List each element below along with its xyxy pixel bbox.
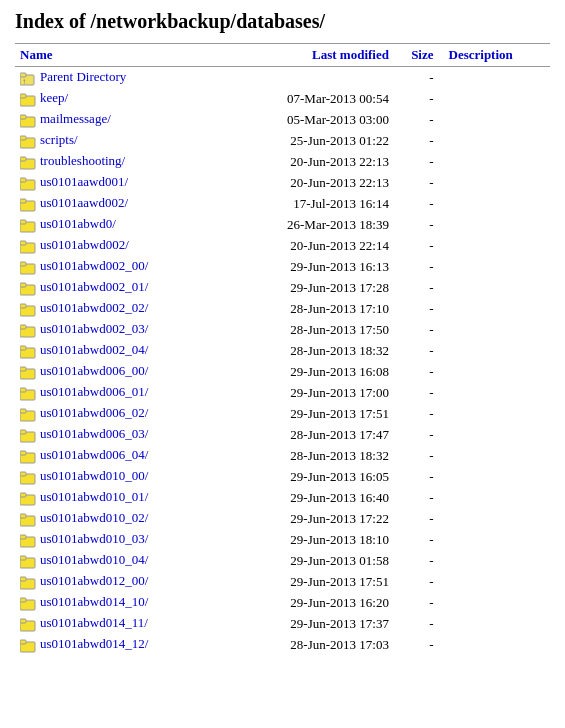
size-cell: - [394, 319, 439, 340]
size-cell: - [394, 298, 439, 319]
table-row: us0101abwd006_04/28-Jun-2013 18:32- [15, 445, 550, 466]
folder-link[interactable]: us0101aawd002/ [40, 195, 128, 210]
folder-link[interactable]: us0101abwd006_03/ [40, 426, 148, 441]
svg-rect-16 [20, 220, 26, 224]
folder-link[interactable]: us0101abwd014_10/ [40, 594, 148, 609]
svg-rect-26 [20, 325, 26, 329]
size-cell: - [394, 361, 439, 382]
modified-cell: 29-Jun-2013 17:22 [238, 508, 394, 529]
size-cell: - [394, 235, 439, 256]
folder-icon [20, 364, 38, 380]
size-cell: - [394, 256, 439, 277]
folder-link[interactable]: us0101abwd012_00/ [40, 573, 148, 588]
svg-rect-46 [20, 535, 26, 539]
folder-link[interactable]: us0101aawd001/ [40, 174, 128, 189]
folder-link[interactable]: us0101abwd002_00/ [40, 258, 148, 273]
file-name-cell: us0101abwd014_10/ [15, 592, 238, 613]
folder-icon [20, 511, 38, 527]
folder-link[interactable]: us0101abwd006_01/ [40, 384, 148, 399]
folder-link[interactable]: us0101abwd010_03/ [40, 531, 148, 546]
modified-cell: 29-Jun-2013 17:37 [238, 613, 394, 634]
table-row: us0101abwd010_04/29-Jun-2013 01:58- [15, 550, 550, 571]
description-cell [439, 550, 550, 571]
folder-link[interactable]: us0101abwd002/ [40, 237, 129, 252]
folder-link[interactable]: scripts/ [40, 132, 78, 147]
file-name-cell: us0101abwd0/ [15, 214, 238, 235]
folder-link[interactable]: us0101abwd006_00/ [40, 363, 148, 378]
svg-rect-32 [20, 388, 26, 392]
parent-dir-link[interactable]: Parent Directory [40, 69, 126, 84]
column-header-modified[interactable]: Last modified [238, 44, 394, 67]
folder-link[interactable]: us0101abwd010_00/ [40, 468, 148, 483]
column-header-description[interactable]: Description [439, 44, 550, 67]
folder-link[interactable]: us0101abwd014_11/ [40, 615, 148, 630]
folder-link[interactable]: us0101abwd002_01/ [40, 279, 148, 294]
description-cell [439, 361, 550, 382]
file-name-cell: us0101abwd006_03/ [15, 424, 238, 445]
file-name-cell: us0101abwd006_00/ [15, 361, 238, 382]
folder-icon [20, 574, 38, 590]
file-name-cell: scripts/ [15, 130, 238, 151]
table-row: us0101abwd010_00/29-Jun-2013 16:05- [15, 466, 550, 487]
description-sort-link[interactable]: Description [449, 47, 513, 62]
folder-link[interactable]: us0101abwd006_02/ [40, 405, 148, 420]
table-row: us0101abwd006_01/29-Jun-2013 17:00- [15, 382, 550, 403]
modified-cell: 29-Jun-2013 17:51 [238, 571, 394, 592]
size-cell: - [394, 193, 439, 214]
file-name-cell: us0101abwd014_12/ [15, 634, 238, 655]
svg-rect-40 [20, 472, 26, 476]
file-name-cell: us0101abwd010_00/ [15, 466, 238, 487]
description-cell [439, 256, 550, 277]
size-cell: - [394, 508, 439, 529]
file-name-cell: us0101abwd014_11/ [15, 613, 238, 634]
folder-link[interactable]: us0101abwd002_04/ [40, 342, 148, 357]
folder-icon [20, 385, 38, 401]
folder-icon [20, 175, 38, 191]
folder-link[interactable]: keep/ [40, 90, 68, 105]
parent-dir-icon: ↑ [20, 70, 38, 86]
folder-link[interactable]: us0101abwd010_02/ [40, 510, 148, 525]
folder-link[interactable]: mailmessage/ [40, 111, 111, 126]
svg-rect-24 [20, 304, 26, 308]
file-name-cell: us0101abwd006_02/ [15, 403, 238, 424]
modified-cell: 28-Jun-2013 17:10 [238, 298, 394, 319]
folder-icon [20, 406, 38, 422]
directory-listing: Name Last modified Size Description ↑ Pa… [15, 43, 550, 655]
modified-cell: 20-Jun-2013 22:14 [238, 235, 394, 256]
folder-icon [20, 217, 38, 233]
folder-icon [20, 322, 38, 338]
folder-link[interactable]: us0101abwd002_02/ [40, 300, 148, 315]
folder-link[interactable]: us0101abwd002_03/ [40, 321, 148, 336]
table-row: us0101abwd012_00/29-Jun-2013 17:51- [15, 571, 550, 592]
size-cell: - [394, 151, 439, 172]
table-row: us0101abwd002_03/28-Jun-2013 17:50- [15, 319, 550, 340]
svg-rect-10 [20, 157, 26, 161]
folder-link[interactable]: us0101abwd010_04/ [40, 552, 148, 567]
svg-rect-56 [20, 640, 26, 644]
table-row: us0101abwd002_02/28-Jun-2013 17:10- [15, 298, 550, 319]
description-cell [439, 571, 550, 592]
table-header-row: Name Last modified Size Description [15, 44, 550, 67]
modified-cell: 29-Jun-2013 16:40 [238, 487, 394, 508]
folder-link[interactable]: us0101abwd006_04/ [40, 447, 148, 462]
name-sort-link[interactable]: Name [20, 47, 53, 62]
modified-cell: 29-Jun-2013 16:13 [238, 256, 394, 277]
file-name-cell: us0101abwd012_00/ [15, 571, 238, 592]
folder-link[interactable]: us0101abwd010_01/ [40, 489, 148, 504]
size-cell: - [394, 613, 439, 634]
description-cell [439, 508, 550, 529]
folder-link[interactable]: troubleshooting/ [40, 153, 125, 168]
description-cell [439, 403, 550, 424]
folder-link[interactable]: us0101abwd0/ [40, 216, 116, 231]
column-header-name[interactable]: Name [15, 44, 238, 67]
column-header-size[interactable]: Size [394, 44, 439, 67]
size-cell: - [394, 172, 439, 193]
folder-link[interactable]: us0101abwd014_12/ [40, 636, 148, 651]
modified-sort-link[interactable]: Last modified [312, 47, 389, 62]
description-cell [439, 487, 550, 508]
folder-icon [20, 154, 38, 170]
size-cell: - [394, 403, 439, 424]
folder-icon [20, 280, 38, 296]
size-cell: - [394, 340, 439, 361]
size-sort-link[interactable]: Size [411, 47, 433, 62]
